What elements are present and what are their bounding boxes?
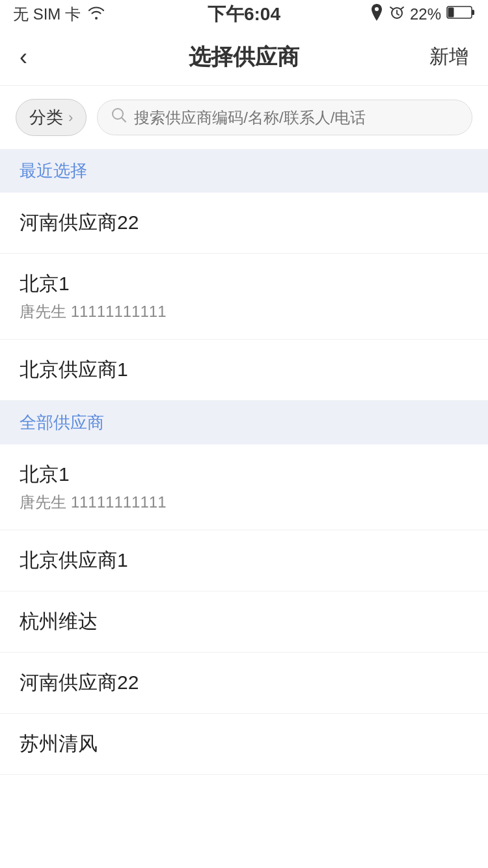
recent-item-sub: 唐先生 11111111111 xyxy=(20,301,468,322)
all-list: 北京1唐先生 11111111111北京供应商1杭州维达河南供应商22苏州清风 xyxy=(0,444,488,775)
all-list-item[interactable]: 杭州维达 xyxy=(0,591,488,653)
all-section-header: 全部供应商 xyxy=(0,401,488,444)
page-title: 选择供应商 xyxy=(189,42,299,72)
battery-label: 22% xyxy=(410,5,441,23)
category-button[interactable]: 分类 › xyxy=(16,99,87,136)
nav-bar: ‹ 选择供应商 新增 xyxy=(0,29,488,86)
recent-list-item[interactable]: 河南供应商22 xyxy=(0,193,488,254)
all-list-item[interactable]: 北京供应商1 xyxy=(0,530,488,591)
all-list-item[interactable]: 河南供应商22 xyxy=(0,653,488,714)
all-item-name: 北京供应商1 xyxy=(20,547,468,574)
recent-list-item[interactable]: 北京供应商1 xyxy=(0,340,488,401)
alarm-icon xyxy=(389,4,405,25)
search-icon xyxy=(111,107,128,128)
wifi-icon xyxy=(87,5,105,23)
status-right: 22% xyxy=(370,4,475,25)
all-item-name: 北京1 xyxy=(20,461,468,488)
all-item-name: 杭州维达 xyxy=(20,608,468,635)
recent-list: 河南供应商22北京1唐先生 11111111111北京供应商1 xyxy=(0,193,488,401)
chevron-right-icon: › xyxy=(68,109,73,126)
location-icon xyxy=(370,4,384,25)
recent-item-name: 北京1 xyxy=(20,271,468,297)
all-item-sub: 唐先生 11111111111 xyxy=(20,492,468,513)
status-left: 无 SIM 卡 xyxy=(13,4,105,25)
all-item-name: 河南供应商22 xyxy=(20,670,468,696)
recent-item-name: 北京供应商1 xyxy=(20,357,468,383)
status-bar: 无 SIM 卡 下午6:04 22% xyxy=(0,0,488,29)
all-list-item[interactable]: 苏州清风 xyxy=(0,714,488,775)
all-item-name: 苏州清风 xyxy=(20,731,468,757)
back-button[interactable]: ‹ xyxy=(20,44,59,71)
recent-item-name: 河南供应商22 xyxy=(20,210,468,236)
battery-icon xyxy=(446,5,475,23)
svg-rect-3 xyxy=(448,8,454,18)
search-input[interactable] xyxy=(134,109,459,127)
new-action-button[interactable]: 新增 xyxy=(429,44,468,70)
category-label: 分类 xyxy=(29,106,63,129)
svg-rect-2 xyxy=(472,10,474,15)
search-box[interactable] xyxy=(97,100,472,135)
recent-section-header: 最近选择 xyxy=(0,149,488,193)
recent-list-item[interactable]: 北京1唐先生 11111111111 xyxy=(0,254,488,340)
all-list-item[interactable]: 北京1唐先生 11111111111 xyxy=(0,444,488,530)
status-time: 下午6:04 xyxy=(208,2,280,27)
carrier-label: 无 SIM 卡 xyxy=(13,4,81,25)
filter-bar: 分类 › xyxy=(0,86,488,149)
